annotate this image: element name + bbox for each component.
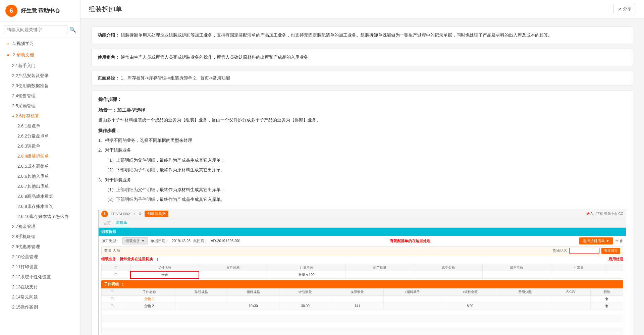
sidebar-item-2-7[interactable]: 2.7资金管理 <box>0 222 80 232</box>
sidebar-item-2-6-5[interactable]: 2.6.5成本调整单 <box>0 161 80 171</box>
mock-search-btn[interactable]: 查实填写 <box>601 248 620 254</box>
sidebar-item-2-11[interactable]: 2.11打印设置 <box>0 262 80 272</box>
sidebar-item-2-8[interactable]: 2.8手机旺铺 <box>0 232 80 242</box>
mock-bcell-2-d: 🗑 <box>591 302 623 310</box>
sidebar-item-2-10[interactable]: 2.10经营管理 <box>0 252 80 262</box>
mock-bcell-2-s <box>551 302 591 310</box>
logo-area: 6 好生意 帮助中心 <box>0 0 80 22</box>
mock-bottom-section: 子件明细 ↕ <box>101 280 623 288</box>
mock-cell-cost <box>414 271 482 279</box>
screenshot-inner: 6 TEST-H002 ▼ ⚙ 创建新单据 📌 App下载 帮助中心 CC 自页… <box>99 209 626 335</box>
mock-bcell-2-check: ☐ <box>102 302 123 310</box>
mock-col-checkbox: ☐ <box>102 264 131 271</box>
content-area: 功能介绍： 组装拆卸单用来处理企业组装或拆卸等加工业务，支持有固定装配清单的产品… <box>80 18 644 335</box>
mock-annotation3: 启用处理 <box>608 257 623 262</box>
mock-cell-cprice <box>482 271 551 279</box>
sidebar-item-1[interactable]: ＋ 1.视频学习 <box>0 38 80 49</box>
sidebar-item-2-6-10[interactable]: 2.6.10库存账本错了怎么办 <box>0 212 80 222</box>
search-area: 🔍 <box>0 22 80 38</box>
mock-search-label: 货物品名 <box>552 248 567 253</box>
mock-col-father-name: 父件名称 <box>130 264 199 271</box>
mock-nav-active[interactable]: 新建单 <box>114 219 129 227</box>
mock-arrow1: → <box>584 238 590 245</box>
mock-brow-1: ☐ 货物 1 🗑 <box>102 295 623 302</box>
main-content: 组装拆卸单 ↗ 分享 功能介绍： 组装拆卸单用来处理企业组装或拆卸等加工业务，支… <box>80 0 644 335</box>
plus-icon: ＋ <box>5 41 11 46</box>
mock-type-select[interactable]: 组装业务 ▼ <box>122 237 148 244</box>
scene1-title: 场景一：加工类型选择 <box>98 107 626 113</box>
sidebar-item-2-6-9[interactable]: 2.6.9库存账本查询 <box>0 202 80 212</box>
sidebar-item-2-6-4-current[interactable]: 2.6.4组装拆卸单 <box>0 151 80 161</box>
logo-title: 好生意 帮助中心 <box>21 7 60 14</box>
share-icon: ↗ <box>618 7 622 12</box>
sidebar-item-2-6-1[interactable]: 2.6.1盘点单 <box>0 121 80 131</box>
mock-teal-title: 组装拆卸 <box>101 230 116 234</box>
sidebar-item-2-6-7[interactable]: 2.6.7其他出库单 <box>0 181 80 191</box>
mock-bcol-rspec: 路线规格 <box>175 288 227 295</box>
mock-create-btn[interactable]: 创建新单据 <box>145 211 168 217</box>
mock-annotation-row: 组装业务，拆卸业务在这里切换 ↑ 启用处理 <box>99 256 626 263</box>
mock-bcell-1-p <box>279 295 331 302</box>
sidebar-item-2-3[interactable]: 2.3使用前数据准备 <box>0 81 80 91</box>
mock-col-action-top <box>606 264 623 271</box>
mock-bottom-expand[interactable]: ↕ <box>121 281 124 287</box>
mock-bcell-1-a <box>331 295 383 302</box>
sidebar-item-2-9[interactable]: 2.9优惠券管理 <box>0 242 80 252</box>
sidebar-item-2-12[interactable]: 2.12系统个性化设置 <box>0 272 80 282</box>
mock-bcell-1-d: 🗑 <box>591 295 623 302</box>
mock-titlebar: 6 TEST-H002 ▼ ⚙ 创建新单据 📌 App下载 帮助中心 CC <box>99 209 626 219</box>
sidebar-item-2-1[interactable]: 2.1新手入门 <box>0 61 80 71</box>
sidebar-item-2-6-2[interactable]: 2.6.2分量盘点单 <box>0 131 80 141</box>
minus-icon: ● <box>5 52 11 58</box>
mock-bcol-lnum: +领料单号 <box>383 288 441 295</box>
page-title: 组装拆卸单 <box>89 5 122 14</box>
sidebar-item-2-6[interactable]: ● 2.6库存核算 <box>0 111 80 121</box>
mock-bottom-table: ☐ 子件名称 路线规格 领料规格 计划数量 实际数量 +领料单号 +领料金额 费… <box>101 288 623 334</box>
sidebar-item-2-14[interactable]: 2.14常见问题 <box>0 292 80 302</box>
mock-bottom-table-area: ☐ 子件名称 路线规格 领料规格 计划数量 实际数量 +领料单号 +领料金额 费… <box>101 288 623 334</box>
mock-bcol-actual: 实际数量 <box>331 288 383 295</box>
sidebar-item-2-6-3[interactable]: 2.6.3调拨单 <box>0 141 80 151</box>
nav-section: ＋ 1.视频学习 ● 2.帮助文档 2.1新手入门 2.2产品安装及登录 2.3… <box>0 38 80 312</box>
mock-cell-unit: 数量 ≈ 100 <box>267 271 346 279</box>
share-button[interactable]: ↗ 分享 <box>613 4 636 14</box>
step3-2: （2）下部明细为子件明细，最终作为产成品生成其它入库单。 <box>98 196 626 203</box>
mock-logo: 6 <box>101 211 108 217</box>
mock-bcell-2-r <box>175 302 227 310</box>
search-input[interactable] <box>4 25 67 34</box>
ops-block: 操作步骤： 场景一：加工类型选择 当由多个子件材料组装成一个成品的业务为【组装】… <box>91 90 633 335</box>
path-label: 页面路径： <box>98 75 119 80</box>
mock-bcell-2-name: 货物 2 <box>123 302 175 310</box>
mock-nav-home[interactable]: 自页 <box>101 219 113 227</box>
mock-bcell-2-f <box>499 302 551 310</box>
mock-bcol-check: ☐ <box>102 288 123 295</box>
mock-brow-4 <box>102 316 623 322</box>
mock-top-table-area: ☐ 父件名称 父件规格 计量单位 生产数量 成本金额 成本单价 可出量 <box>101 264 623 279</box>
mock-search-input[interactable] <box>569 248 599 254</box>
mock-bcell-1-l <box>227 295 279 302</box>
sidebar-item-2-15[interactable]: 2.15操作案例 <box>0 302 80 312</box>
sidebar-item-2-13[interactable]: 2.13在线支付 <box>0 282 80 292</box>
step2-1: （1）上部明细为父件明细，最终作为产成品生成其它入库单； <box>98 156 626 164</box>
mock-date-label: 单据日期： <box>151 238 169 243</box>
mock-bcell-1-name: 货物 1 <box>123 295 175 302</box>
mock-col-cost-amt: 成本金额 <box>414 264 482 271</box>
mock-bcell-1-ln <box>383 295 441 302</box>
screenshot-block: 6 TEST-H002 ▼ ⚙ 创建新单据 📌 App下载 帮助中心 CC 自页… <box>98 209 626 335</box>
mock-edit-icons: ✏ 🗑 <box>615 239 623 243</box>
mock-brow-5 <box>102 322 623 328</box>
step1: 1、根据不同的业务，选择不同单据的类型来处理 <box>98 136 626 144</box>
step3: 3、对于拆装业务 <box>98 176 626 184</box>
sidebar-item-2-6-8[interactable]: 2.6.8商品成本重算 <box>0 191 80 202</box>
sidebar-item-2-2[interactable]: 2.2产品安装及登录 <box>0 71 80 81</box>
feature-intro-label: 功能介绍： <box>98 33 119 38</box>
mock-cell-avail <box>551 271 606 279</box>
sidebar-item-2[interactable]: ● 2.帮助文档 <box>0 49 80 61</box>
mock-cell-name: 米米 <box>130 271 199 279</box>
sidebar-item-2-4[interactable]: 2.4销售管理 <box>0 91 80 101</box>
sidebar-item-2-5[interactable]: 2.5采购管理 <box>0 101 80 111</box>
search-button[interactable]: 🔍 <box>69 26 76 33</box>
sidebar: 6 好生意 帮助中心 🔍 ＋ 1.视频学习 ● 2.帮助文档 2.1新手入门 2… <box>0 0 80 335</box>
mock-bcell-2-la: 8.00 <box>441 302 499 310</box>
sidebar-item-2-6-6[interactable]: 2.6.6其他入库单 <box>0 171 80 181</box>
